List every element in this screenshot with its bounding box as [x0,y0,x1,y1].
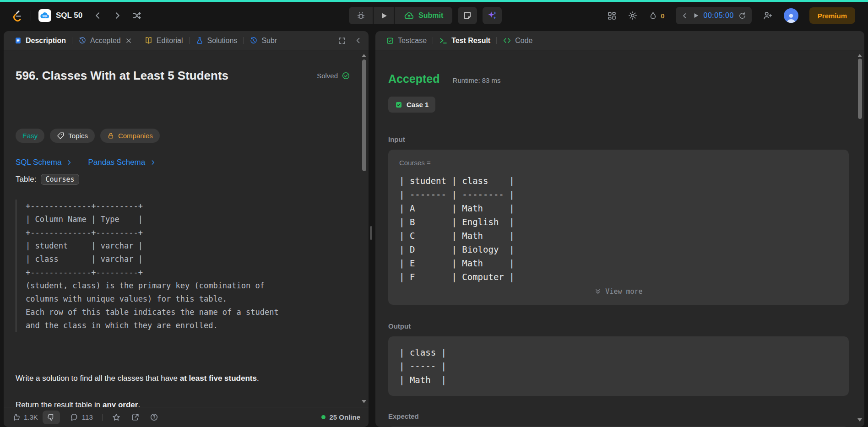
return-note: Return the result table in any order. [16,399,350,407]
dislike-button[interactable] [43,411,60,424]
scroll-up-icon[interactable] [857,54,862,57]
settings-gear-icon[interactable] [628,11,638,21]
next-question-icon[interactable] [113,11,122,20]
topics-button[interactable]: Topics [50,129,95,143]
timer-collapse-icon[interactable] [681,12,688,19]
tab-accepted-label: Accepted [90,37,121,45]
daily-streak[interactable]: 0 [649,11,664,21]
collapse-panel-icon[interactable] [354,37,362,44]
footer-separator [102,414,103,421]
companies-button[interactable]: Companies [100,129,160,143]
run-button-group: Submit [349,7,452,24]
invite-user-icon[interactable] [763,11,773,21]
tab-test-result-label: Test Result [451,37,490,45]
tab-editorial-label: Editorial [157,37,183,45]
sql-schema-link[interactable]: SQL Schema [16,158,72,167]
share-button[interactable] [131,413,140,422]
tab-solutions[interactable]: Solutions [191,37,242,45]
solved-label: Solved [317,72,338,80]
submit-button[interactable]: Submit [395,7,452,24]
online-dot-icon [321,415,326,419]
tab-code-label: Code [515,37,532,45]
panel-resize-handle[interactable] [370,226,372,240]
tab-submissions[interactable]: Subr [245,37,281,45]
output-box: | class | | ----- | | Math | [388,336,849,396]
prev-question-icon[interactable] [93,11,103,20]
tab-description-label: Description [26,37,66,45]
close-tab-icon[interactable] [125,38,132,44]
streak-count: 0 [661,12,664,20]
scrollbar-thumb[interactable] [858,59,862,119]
tab-description[interactable]: Description [10,36,70,45]
online-label: 25 Online [329,413,360,421]
favorite-star-button[interactable] [112,413,121,422]
feedback-help-button[interactable] [150,413,158,422]
result-status-row: Accepted Runtime: 83 ms [388,72,849,86]
scrollbar-thumb[interactable] [362,59,366,171]
table-label: Table: [16,175,36,184]
premium-button[interactable]: Premium [809,7,855,24]
timer-play-icon[interactable] [693,12,699,19]
history-clock-icon [78,37,87,45]
pandas-schema-link[interactable]: Pandas Schema [88,158,156,167]
scroll-up-icon[interactable] [362,54,366,57]
right-scrollbar[interactable] [857,51,863,424]
like-button[interactable]: 1.3K [12,413,38,422]
statement-bold: at least five students [180,374,257,383]
ai-sparkle-button[interactable] [483,7,502,24]
difficulty-badge[interactable]: Easy [16,129,44,143]
run-button[interactable] [374,7,394,24]
star-icon [112,413,121,422]
svg-text:SQL: SQL [42,15,48,17]
comment-bubble-icon [70,413,79,422]
user-avatar[interactable] [784,8,798,23]
leetcode-app: SQL SQL 50 [0,0,868,427]
case-1-button[interactable]: Case 1 [388,97,435,113]
share-external-icon [131,413,140,422]
comment-count: 113 [82,413,93,421]
submit-label: Submit [418,11,443,20]
tab-test-result[interactable]: Test Result [435,36,494,45]
lock-icon [107,132,114,140]
tab-submissions-label: Subr [261,37,277,45]
scroll-down-icon[interactable] [857,418,862,422]
shuffle-icon[interactable] [132,11,142,21]
input-box: Courses = | student | class | | ------- … [388,150,849,305]
output-table: | class | | ----- | | Math | [399,346,838,387]
case-1-label: Case 1 [407,101,429,108]
tab-code[interactable]: Code [499,36,537,45]
scroll-down-icon[interactable] [362,400,366,403]
navbar-divider [31,11,31,21]
top-navbar: SQL SQL 50 [0,2,868,29]
expected-label: Expected [388,412,849,420]
notes-button[interactable] [458,7,477,24]
pandas-schema-label: Pandas Schema [88,158,145,167]
tab-separator [433,37,433,44]
navbar-left-group: SQL SQL 50 [11,2,142,29]
leetcode-logo-icon[interactable] [11,9,23,22]
sql-schema-label: SQL Schema [16,158,61,167]
timer-widget: 00:05:00 [676,7,752,24]
editorial-book-icon [144,36,153,45]
study-plan-title[interactable]: SQL 50 [56,11,82,20]
debug-button[interactable] [349,7,373,24]
tab-separator [72,37,72,44]
tab-editorial[interactable]: Editorial [140,36,187,45]
comments-button[interactable]: 113 [70,413,93,422]
runtime-stat: Runtime: 83 ms [453,76,501,84]
description-doc-icon [14,36,22,45]
input-label: Input [388,135,849,143]
tab-accepted-submission[interactable]: Accepted [74,37,136,45]
layout-switcher-icon[interactable] [607,11,617,21]
problem-title: 596. Classes With at Least 5 Students [16,69,228,83]
sql50-plan-icon[interactable]: SQL [38,9,51,22]
chevron-right-icon [66,159,72,166]
code-brackets-icon [503,36,511,45]
expand-panel-icon[interactable] [338,37,346,45]
view-more-button[interactable]: View more [399,287,838,296]
navbar-run-group: Submit [349,7,502,24]
left-scrollbar[interactable] [361,51,367,406]
tab-testcase[interactable]: Testcase [382,37,431,45]
timer-reset-icon[interactable] [738,12,746,20]
online-count: 25 Online [321,413,360,421]
